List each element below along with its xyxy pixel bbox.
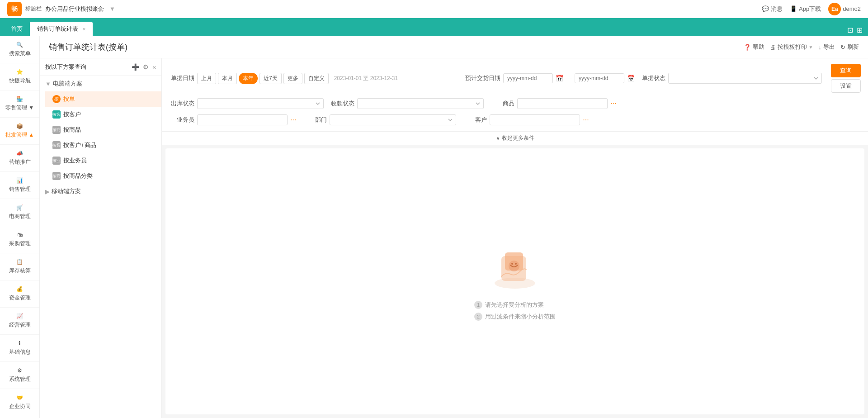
payment-select[interactable] (357, 98, 484, 109)
settings-scheme-btn[interactable]: ⚙ (143, 63, 149, 71)
page-header-actions: ❓ 帮助 🖨 按模板打印 ▼ ↓ 导出 ↻ 刷新 (744, 43, 859, 51)
customer-more-btn[interactable]: ··· (583, 116, 589, 124)
filter-status-item: 单据状态 (640, 73, 822, 84)
product-more-btn[interactable]: ··· (610, 100, 616, 108)
sidebar-item-sales[interactable]: 📊 销售管理 (0, 172, 39, 199)
svg-point-4 (511, 263, 513, 265)
sidebar-item-basic-info[interactable]: ℹ 基础信息 (0, 335, 39, 362)
expected-date-from-input[interactable] (503, 73, 553, 83)
wholesale-icon: 📦 (16, 123, 23, 129)
filter-customer-item: 客户 ··· (462, 114, 589, 125)
sidebar-item-retail[interactable]: 🏪 零售管理 ▼ (0, 90, 39, 118)
tree-item-by-customer[interactable]: 按客 按客户 (45, 107, 161, 122)
empty-hints: 1 请先选择要分析的方案 2 用过滤条件来缩小分析范围 (474, 301, 556, 321)
expected-date-to-input[interactable] (575, 73, 624, 83)
logo-subtext: 标题栏 (25, 5, 42, 12)
product-label: 商品 (489, 100, 514, 108)
date-btn-this-month[interactable]: 本月 (218, 73, 237, 84)
sidebar-item-wholesale[interactable]: 📦 批发管理 ▲ (0, 118, 39, 145)
date-from-calendar-icon[interactable]: 📅 (556, 75, 563, 82)
sidebar-item-quicknav[interactable]: ⭐ 快捷导航 (0, 63, 39, 90)
tree-icon-custprod: 按客 (52, 141, 61, 149)
filter-expected-date-item: 预计交货日期 📅 — 📅 (465, 73, 635, 83)
tab-close-btn[interactable]: × (83, 26, 85, 32)
export-btn[interactable]: ↓ 导出 (819, 43, 835, 51)
tree-item-by-product[interactable]: 按商 按商品 (45, 122, 161, 138)
sidebar-item-search[interactable]: 🔍 搜索菜单 (0, 36, 39, 63)
collapse-bar[interactable]: ∧ 收起更多条件 (162, 131, 868, 145)
product-input[interactable] (517, 98, 608, 109)
inventory-icon: 📋 (16, 259, 23, 265)
basicinfo-icon: ℹ (19, 340, 21, 347)
status-select[interactable] (668, 73, 822, 84)
hint-num-1: 1 (474, 301, 482, 309)
date-btn-this-year[interactable]: 本年 (239, 73, 258, 84)
tree-item-by-order[interactable]: 按 按单 (45, 91, 161, 107)
sidebar-item-enterprise[interactable]: 🤝 企业协同 (0, 389, 39, 416)
svg-point-5 (515, 263, 517, 265)
empty-hint-1: 1 请先选择要分析的方案 (474, 301, 556, 309)
message-btn[interactable]: 💬 消息 (762, 5, 783, 13)
filter-area: 单据日期 上月 本月 本年 近7天 更多 自定义 2023-01-0 (162, 58, 868, 131)
help-btn[interactable]: ❓ 帮助 (744, 43, 764, 51)
sidebar-item-ecommerce[interactable]: 🛒 电商管理 (0, 199, 39, 226)
tree-group-mobile[interactable]: ▶ 移动端方案 (40, 184, 161, 199)
salesperson-more-btn[interactable]: ··· (290, 116, 296, 124)
download-icon: 📱 (790, 5, 797, 12)
tree-item-by-customer-product[interactable]: 按客 按客户+商品 (45, 138, 161, 153)
date-btn-more[interactable]: 更多 (283, 73, 302, 84)
export-icon: ↓ (819, 44, 822, 51)
filter-payment-item: 收款状态 (329, 98, 484, 109)
left-panel-header-actions: ➕ ⚙ « (132, 63, 156, 71)
refresh-btn[interactable]: ↻ 刷新 (840, 43, 859, 51)
sidebar-item-system[interactable]: ⚙ 系统管理 (0, 362, 39, 389)
print-btn[interactable]: 🖨 按模板打印 ▼ (770, 43, 813, 51)
collapse-panel-btn[interactable]: « (152, 63, 156, 71)
app-title-arrow[interactable]: ▼ (109, 5, 115, 12)
tree-icon-order: 按 (52, 95, 61, 103)
tree-item-by-salesperson[interactable]: 按业 按业务员 (45, 153, 161, 168)
svg-point-3 (509, 261, 519, 271)
date-to-calendar-icon[interactable]: 📅 (627, 75, 635, 82)
empty-hint-2: 2 用过滤条件来缩小分析范围 (474, 313, 556, 321)
tree-item-by-category[interactable]: 按商 按商品分类 (45, 168, 161, 184)
tab-home[interactable]: 首页 (4, 22, 30, 36)
settings-btn[interactable]: 设置 (831, 79, 861, 93)
filter-department-item: 部门 (302, 114, 456, 125)
sidebar-item-inventory[interactable]: 📋 库存核算 (0, 253, 39, 280)
refresh-icon: ↻ (840, 44, 845, 51)
right-btns: 查询 设置 (827, 64, 861, 93)
topbar-right: 💬 消息 📱 App下载 Ea demo2 (762, 3, 861, 15)
sidebar-item-purchase[interactable]: 🛍 采购管理 (0, 226, 39, 253)
filter-row-3: 业务员 ··· 部门 客户 · (169, 114, 861, 125)
date-btn-7days[interactable]: 近7天 (259, 73, 282, 84)
user-profile[interactable]: Ea demo2 (828, 3, 861, 15)
sidebar-item-newuser[interactable]: 🎯 新手引导 (0, 416, 39, 418)
retail-icon: 🏪 (16, 96, 23, 102)
enterprise-icon: 🤝 (16, 394, 23, 401)
expected-date-label: 预计交货日期 (465, 74, 500, 82)
tab-maximize-btn[interactable]: ⊞ (855, 24, 864, 36)
warehouse-select[interactable] (197, 98, 324, 109)
date-btn-custom[interactable]: 自定义 (304, 73, 329, 84)
tab-sales-order-stats[interactable]: 销售订单统计表 × (30, 22, 93, 36)
tree-group-pc[interactable]: ▼ 电脑端方案 (40, 76, 161, 91)
tree-group-arrow: ▼ (45, 81, 51, 87)
tab-minimize-btn[interactable]: ⊡ (845, 24, 855, 36)
department-select[interactable] (330, 114, 456, 125)
avatar: Ea (828, 3, 841, 15)
salesperson-input[interactable] (197, 114, 288, 125)
query-btn[interactable]: 查询 (831, 64, 861, 77)
sidebar-item-marketing[interactable]: 📣 营销推广 (0, 145, 39, 172)
customer-input[interactable] (490, 114, 580, 125)
sidebar-item-finance[interactable]: 💰 资金管理 (0, 280, 39, 308)
add-scheme-btn[interactable]: ➕ (132, 63, 139, 71)
filter-row-2: 出库状态 收款状态 商品 (169, 98, 861, 109)
app-download-btn[interactable]: 📱 App下载 (790, 5, 821, 13)
message-icon: 💬 (762, 5, 769, 12)
date-btn-last-month[interactable]: 上月 (197, 73, 216, 84)
left-panel: 按以下方案查询 ➕ ⚙ « ▼ 电脑端方案 按 按单 (40, 58, 162, 418)
sidebar-item-operations[interactable]: 📈 经营管理 (0, 308, 39, 335)
date-range-text: 2023-01-01 至 2023-12-31 (334, 75, 398, 82)
print-dropdown-icon: ▼ (809, 45, 813, 50)
